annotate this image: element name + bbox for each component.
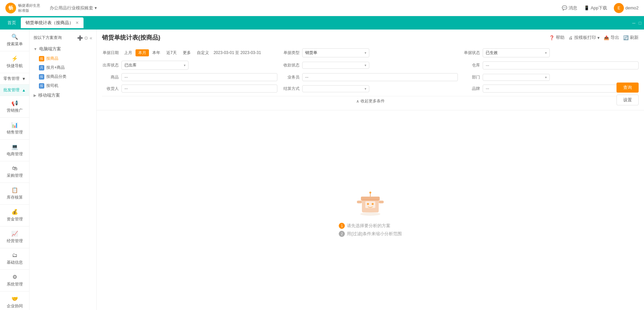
warehouse-status-select[interactable]: 已出库 ▾	[121, 61, 189, 70]
filter-date-field: 单据日期 上月 本月 本年 近7天 更多 自定义 2023-03-01 至 20…	[102, 48, 277, 57]
department-select[interactable]: ▾	[483, 74, 550, 81]
sidebar-item-inventory[interactable]: 📋 库存核算	[0, 183, 29, 205]
recipient-dots[interactable]: ···	[124, 86, 128, 91]
sidebar-item-basic-label: 基础信息	[7, 260, 23, 265]
filter-collection-status-field: 收款状态 ▾	[283, 61, 458, 70]
svg-point-9	[369, 192, 371, 194]
settings-button[interactable]: 设置	[616, 95, 639, 105]
order-type-select[interactable]: 销货单 ▾	[302, 48, 369, 57]
svg-rect-6	[357, 201, 362, 203]
tree-desktop[interactable]: ▼ 电脑端方案	[30, 44, 96, 54]
message-button[interactable]: 💬 消息	[562, 5, 577, 11]
scheme-by-category[interactable]: 按 按商品分类	[39, 72, 96, 81]
sidebar-item-sales[interactable]: 📊 销售管理	[0, 118, 29, 140]
desktop-label: 电脑端方案	[39, 46, 61, 52]
tab-bar: 首页 销货单统计表（按商品） ✕ ─ □	[0, 16, 644, 30]
sales-icon: 📊	[11, 122, 18, 128]
brand-dots[interactable]: ···	[486, 86, 489, 91]
minimize-icon[interactable]: ─	[632, 20, 635, 25]
date-label: 单据日期	[102, 50, 119, 56]
content-area: 按以下方案查询 ➕ ⊙ « ▼ 电脑端方案 按 按商品	[30, 30, 644, 310]
export-icon: 📤	[604, 35, 609, 40]
salesperson-dots[interactable]: ···	[305, 75, 309, 80]
sidebar-item-ecommerce[interactable]: 💻 电商管理	[0, 140, 29, 161]
order-type-label: 单据类型	[283, 50, 300, 56]
empty-illustration	[354, 184, 387, 217]
query-button[interactable]: 查询	[616, 83, 639, 93]
filter-warehouse-field: 仓库 ···	[463, 61, 639, 70]
filter-row-4: 收货人 ··· 结算方式 ▾	[102, 85, 639, 93]
collapse-bar[interactable]: ∧ 收起更多条件	[102, 96, 639, 106]
logo-text: 畅捷通好生意 标准版	[18, 3, 40, 13]
order-status-control: 已生效 ▾	[483, 48, 639, 57]
salesperson-input[interactable]: ···	[302, 73, 458, 81]
tab-close-icon[interactable]: ✕	[75, 20, 79, 25]
department-control: ▾	[483, 74, 639, 81]
refresh-button[interactable]: 🔄 刷新	[623, 35, 639, 41]
title-actions: ❓ 帮助 🖨 按模板打印 ▾ 📤 导出 🔄 刷新	[549, 35, 639, 41]
sidebar-item-enterprise[interactable]: 🤝 企业协同	[0, 292, 29, 310]
date-tab-this-year[interactable]: 本年	[150, 49, 163, 56]
sidebar-item-wholesale[interactable]: 批发管理 ▲	[0, 85, 29, 96]
wholesale-label: 批发管理	[3, 87, 19, 93]
sidebar-item-finance[interactable]: 💰 资金管理	[0, 205, 29, 226]
print-icon: 🖨	[569, 35, 573, 40]
sidebar-item-purchase[interactable]: 🛍 采购管理	[0, 161, 29, 183]
brand-input[interactable]: ···	[483, 85, 639, 93]
date-tab-last-month[interactable]: 上月	[121, 49, 135, 56]
collection-status-control: ▾	[302, 62, 458, 69]
sidebar-item-search-label: 搜索菜单	[7, 41, 23, 47]
recipient-input[interactable]: ···	[121, 85, 277, 93]
retail-label: 零售管理	[3, 76, 19, 82]
warehouse-input[interactable]: ···	[483, 61, 639, 69]
scheme-by-product[interactable]: 按 按商品	[39, 54, 96, 63]
date-tab-this-month[interactable]: 本月	[136, 49, 149, 56]
tab-home[interactable]: 首页	[3, 17, 21, 28]
svg-rect-2	[361, 197, 380, 201]
logo[interactable]: 畅 畅捷通好生意 标准版	[5, 3, 40, 13]
product-input[interactable]: ···	[121, 73, 277, 81]
app-download-button[interactable]: 📱 App下载	[584, 5, 607, 11]
date-tab-more[interactable]: 更多	[180, 49, 194, 56]
filter-salesperson-field: 业务员 ···	[283, 73, 458, 81]
user-menu[interactable]: E demo2	[614, 3, 639, 13]
wholesale-arrow: ▲	[22, 88, 26, 93]
collection-status-select[interactable]: ▾	[302, 62, 369, 69]
product-dots[interactable]: ···	[124, 75, 128, 80]
order-status-value: 已生效	[486, 50, 498, 56]
sidebar-item-operations[interactable]: 📈 经营管理	[0, 226, 29, 248]
svg-rect-7	[379, 201, 384, 203]
date-tab-custom[interactable]: 自定义	[194, 49, 212, 56]
help-button[interactable]: ❓ 帮助	[549, 35, 565, 41]
date-tab-7days[interactable]: 近7天	[164, 49, 179, 56]
svg-rect-3	[365, 201, 375, 208]
search-icon: 🔍	[11, 34, 18, 40]
warehouse-dots[interactable]: ···	[486, 63, 489, 68]
export-button[interactable]: 📤 导出	[604, 35, 619, 41]
month-product-label: 按月+商品	[46, 65, 65, 70]
sidebar-item-sales-label: 销售管理	[7, 130, 23, 135]
sidebar-item-system[interactable]: ⚙ 系统管理	[0, 270, 29, 292]
brand-label: 品牌	[463, 86, 480, 92]
scheme-by-machine[interactable]: 按 按司机	[39, 81, 96, 90]
workspace-selector[interactable]: 办公用品行业模拟账套 ▾	[50, 5, 97, 11]
scheme-month-product[interactable]: 月 按月+商品	[39, 63, 96, 72]
by-product-label: 按商品	[46, 56, 58, 61]
print-button[interactable]: 🖨 按模板打印 ▾	[569, 35, 600, 41]
sidebar-item-search[interactable]: 🔍 搜索菜单	[0, 30, 29, 51]
sidebar-item-retail[interactable]: 零售管理 ▼	[0, 73, 29, 85]
tree-mobile[interactable]: ▶ 移动端方案	[30, 90, 96, 100]
sidebar-item-basic[interactable]: 🗂 基础信息	[0, 248, 29, 270]
settings-scheme-button[interactable]: ⊙	[84, 35, 88, 41]
sidebar-item-quick-nav[interactable]: ⚡ 快捷导航	[0, 51, 29, 73]
sidebar-item-purchase-label: 采购管理	[7, 173, 23, 178]
date-tabs: 上月 本月 本年 近7天 更多 自定义	[121, 49, 212, 56]
maximize-icon[interactable]: □	[639, 20, 641, 25]
order-status-select[interactable]: 已生效 ▾	[483, 48, 550, 57]
payment-select[interactable]: ▾	[302, 85, 369, 92]
collapse-panel-button[interactable]: «	[90, 35, 92, 41]
tab-stats[interactable]: 销货单统计表（按商品） ✕	[21, 17, 84, 28]
sidebar-item-marketing[interactable]: 📢 营销推广	[0, 96, 29, 118]
add-scheme-button[interactable]: ➕	[77, 35, 83, 41]
mobile-expand-icon: ▶	[34, 93, 36, 98]
